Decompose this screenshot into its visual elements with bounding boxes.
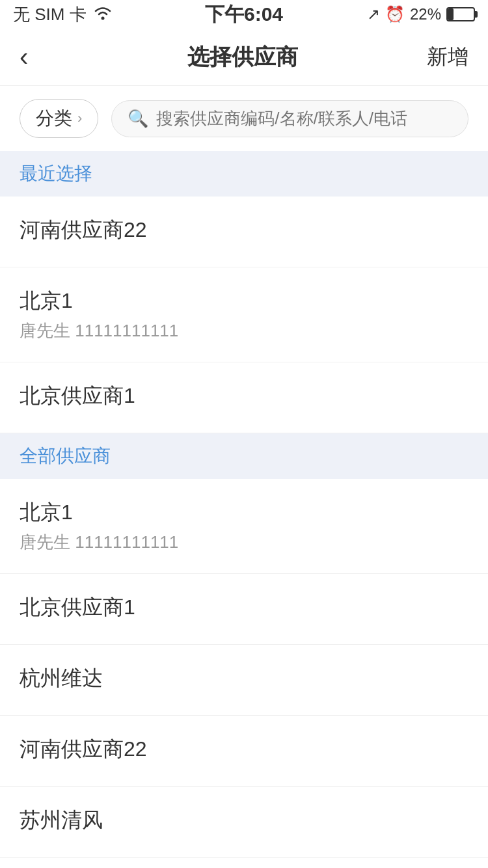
page-title: 选择供应商 — [187, 42, 298, 72]
chevron-right-icon: › — [77, 110, 82, 127]
item-name: 北京1 — [20, 498, 468, 527]
all-section-label: 全部供应商 — [20, 446, 111, 466]
status-right: ↗ ⏰ 22% — [367, 5, 475, 23]
item-name: 杭州维达 — [20, 664, 468, 693]
wifi-icon — [93, 5, 113, 25]
alarm-icon: ⏰ — [385, 5, 405, 23]
list-item[interactable]: 河南供应商22 — [0, 197, 488, 267]
item-name: 北京1 — [20, 287, 468, 316]
all-list: 北京1唐先生 11111111111北京供应商1杭州维达河南供应商22苏州清风 — [0, 479, 488, 858]
list-item[interactable]: 北京1唐先生 11111111111 — [0, 267, 488, 362]
nav-bar: ‹ 选择供应商 新增 — [0, 29, 488, 86]
sim-label: 无 SIM 卡 — [13, 3, 87, 26]
add-button[interactable]: 新增 — [427, 43, 468, 72]
search-icon: 🔍 — [128, 109, 148, 129]
category-button[interactable]: 分类 › — [20, 99, 98, 138]
battery-percentage: 22% — [410, 5, 441, 23]
item-sub: 唐先生 11111111111 — [20, 319, 468, 342]
list-item[interactable]: 杭州维达 — [0, 645, 488, 716]
list-item[interactable]: 北京供应商1 — [0, 574, 488, 645]
all-section-header: 全部供应商 — [0, 433, 488, 479]
recent-section-header: 最近选择 — [0, 151, 488, 197]
status-bar: 无 SIM 卡 下午6:04 ↗ ⏰ 22% — [0, 0, 488, 29]
recent-list: 河南供应商22北京1唐先生 11111111111北京供应商1 — [0, 197, 488, 433]
list-item[interactable]: 北京供应商1 — [0, 362, 488, 433]
status-time: 下午6:04 — [205, 1, 283, 28]
battery-icon — [446, 7, 475, 21]
back-button[interactable]: ‹ — [20, 42, 59, 72]
list-item[interactable]: 苏州清风 — [0, 787, 488, 858]
list-item[interactable]: 北京1唐先生 11111111111 — [0, 479, 488, 574]
location-icon: ↗ — [367, 5, 380, 23]
svg-point-0 — [101, 16, 104, 20]
item-name: 北京供应商1 — [20, 593, 468, 622]
status-left: 无 SIM 卡 — [13, 3, 113, 26]
item-name: 苏州清风 — [20, 806, 468, 835]
filter-bar: 分类 › 🔍 — [0, 86, 488, 151]
search-input[interactable] — [156, 109, 452, 129]
item-name: 北京供应商1 — [20, 382, 468, 411]
item-name: 河南供应商22 — [20, 735, 468, 764]
recent-section-label: 最近选择 — [20, 163, 92, 183]
search-box[interactable]: 🔍 — [111, 100, 468, 137]
item-name: 河南供应商22 — [20, 216, 468, 245]
category-label: 分类 — [36, 106, 72, 131]
list-item[interactable]: 河南供应商22 — [0, 716, 488, 787]
item-sub: 唐先生 11111111111 — [20, 531, 468, 554]
